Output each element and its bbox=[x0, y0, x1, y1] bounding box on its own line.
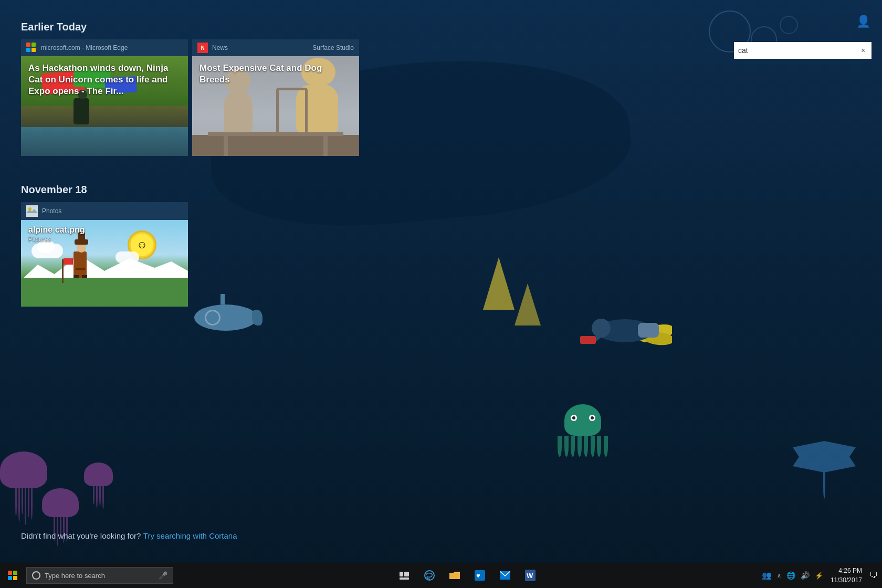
photo-card-image: ☺ alpine cat.png bbox=[21, 220, 188, 307]
svg-rect-11 bbox=[404, 572, 409, 576]
svg-rect-3 bbox=[638, 323, 659, 338]
earlier-today-cards: microsoft.com - Microsoft Edge bbox=[21, 39, 359, 156]
card-image: As Hackathon winds down, Ninja Cat on Un… bbox=[21, 56, 188, 156]
clock-date: 11/30/2017 bbox=[831, 575, 862, 585]
svg-rect-7 bbox=[26, 205, 38, 217]
taskbar-pinned-apps: ♥ W bbox=[392, 563, 543, 588]
card-header: N News Surface Studio bbox=[192, 39, 359, 56]
people-taskbar-icon[interactable]: 👥 bbox=[762, 571, 772, 580]
word-app-taskbar-button[interactable]: W bbox=[518, 563, 543, 588]
card-image: Most Expensive Cat and Dog Breeds bbox=[192, 56, 359, 156]
close-icon: × bbox=[861, 46, 865, 55]
photo-card-header: Photos bbox=[21, 202, 188, 220]
svg-rect-6 bbox=[580, 336, 596, 344]
action-center-button[interactable]: 🗨 bbox=[869, 571, 878, 580]
photos-app-icon bbox=[26, 205, 38, 217]
ms-logo-quad-blue bbox=[8, 576, 12, 580]
jellyfish3-icon bbox=[84, 463, 113, 509]
stingray-icon bbox=[793, 441, 856, 483]
card-title-overlay: Most Expensive Cat and Dog Breeds bbox=[192, 56, 359, 92]
taskbar-left-area: Type here to search 🎤 bbox=[0, 563, 173, 588]
system-tray-icons: 👥 ∧ 🌐 🔊 ⚡ bbox=[762, 571, 823, 580]
submarine-icon bbox=[194, 304, 257, 331]
microphone-icon[interactable]: 🎤 bbox=[159, 571, 167, 580]
news-article-card[interactable]: N News Surface Studio bbox=[192, 39, 359, 156]
edge-browser-taskbar-button[interactable] bbox=[417, 563, 442, 588]
photo-title-overlay: alpine cat.png Pictures bbox=[21, 220, 188, 248]
search-input[interactable]: cat bbox=[734, 42, 855, 59]
card-source-label: microsoft.com - Microsoft Edge bbox=[41, 44, 183, 51]
november-section: November 18 Photos ☺ bbox=[21, 184, 188, 307]
task-view-button[interactable] bbox=[392, 563, 417, 588]
ms-logo-quad-yellow bbox=[13, 576, 17, 580]
ms-logo-quad-red bbox=[8, 571, 12, 575]
taskbar-system-tray: 👥 ∧ 🌐 🔊 ⚡ 4:26 PM 11/30/2017 🗨 bbox=[762, 566, 882, 585]
diver-icon bbox=[556, 304, 662, 346]
taskbar-search-bar[interactable]: Type here to search 🎤 bbox=[26, 567, 173, 584]
windows-store-taskbar-button[interactable]: ♥ bbox=[467, 563, 492, 588]
card-title-overlay: As Hackathon winds down, Ninja Cat on Un… bbox=[21, 56, 188, 103]
svg-rect-10 bbox=[400, 572, 403, 576]
taskbar: Type here to search 🎤 bbox=[0, 563, 882, 588]
not-found-notice: Didn't find what you're looking for? Try… bbox=[21, 531, 237, 541]
news-app-icon: N bbox=[197, 43, 208, 53]
earlier-today-label: Earlier Today bbox=[21, 21, 359, 33]
microsoft-logo-icon bbox=[26, 43, 37, 53]
card-title: As Hackathon winds down, Ninja Cat on Un… bbox=[28, 62, 181, 97]
not-found-text: Didn't find what you're looking for? bbox=[21, 531, 141, 540]
svg-point-9 bbox=[28, 207, 32, 211]
edge-article-card[interactable]: microsoft.com - Microsoft Edge bbox=[21, 39, 188, 156]
bg-decor-circle3 bbox=[780, 16, 798, 34]
mail-app-taskbar-button[interactable] bbox=[492, 563, 518, 588]
photos-source-label: Photos bbox=[42, 207, 61, 215]
search-box[interactable]: cat × bbox=[734, 42, 872, 59]
search-icon bbox=[32, 571, 40, 580]
earlier-today-section: Earlier Today microsoft.com - Microsoft … bbox=[21, 21, 359, 156]
photo-filename: alpine cat.png bbox=[28, 225, 181, 235]
photo-location: Pictures bbox=[28, 236, 181, 243]
november-section-label: November 18 bbox=[21, 184, 188, 196]
search-clear-button[interactable]: × bbox=[855, 42, 872, 59]
start-button[interactable] bbox=[0, 563, 25, 588]
fish-fin-icon bbox=[483, 257, 514, 310]
file-explorer-taskbar-button[interactable] bbox=[442, 563, 467, 588]
network-icon[interactable]: 🌐 bbox=[786, 571, 795, 580]
photo-file-card[interactable]: Photos ☺ bbox=[21, 202, 188, 307]
card-title: Most Expensive Cat and Dog Breeds bbox=[200, 62, 352, 86]
taskbar-search-placeholder: Type here to search bbox=[45, 572, 105, 580]
cortana-search-link[interactable]: Try searching with Cortana bbox=[143, 531, 237, 540]
fish-fin2-icon bbox=[514, 284, 541, 326]
jellyfish-icon bbox=[0, 452, 47, 525]
show-hidden-icons-button[interactable]: ∧ bbox=[777, 572, 781, 579]
card-header: microsoft.com - Microsoft Edge bbox=[21, 39, 188, 56]
system-clock[interactable]: 4:26 PM 11/30/2017 bbox=[826, 566, 866, 585]
svg-text:W: W bbox=[527, 572, 533, 580]
user-account-icon[interactable]: 👤 bbox=[856, 15, 870, 28]
alpine-grass-decor bbox=[21, 278, 188, 307]
svg-rect-12 bbox=[400, 578, 409, 580]
octopus-icon bbox=[556, 404, 609, 457]
card-app-label: Surface Studio bbox=[312, 44, 354, 51]
svg-text:♥: ♥ bbox=[476, 572, 480, 580]
card-source-label: News bbox=[212, 44, 308, 51]
ms-logo-quad-green bbox=[13, 571, 17, 575]
volume-icon[interactable]: 🔊 bbox=[801, 571, 810, 580]
power-icon[interactable]: ⚡ bbox=[815, 572, 823, 580]
windows-logo-icon bbox=[8, 571, 17, 580]
clock-time: 4:26 PM bbox=[831, 566, 862, 575]
